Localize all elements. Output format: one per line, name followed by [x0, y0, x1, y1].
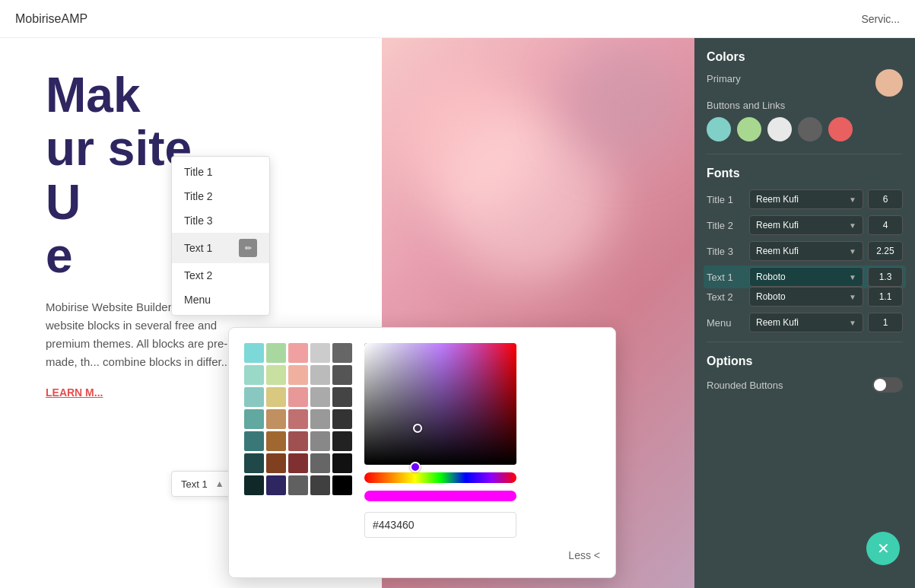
color-swatch[interactable] [332, 365, 352, 385]
color-swatch[interactable] [332, 453, 352, 473]
element-bar-arrow: ▲ [215, 478, 224, 489]
color-hex-input[interactable]: #443460 [364, 512, 516, 538]
color-swatches-grid [244, 343, 352, 538]
color-swatch[interactable] [288, 431, 308, 451]
primary-color-swatch[interactable] [875, 69, 903, 97]
color-swatch[interactable] [332, 343, 352, 363]
dropdown-item-title2[interactable]: Title 2 [172, 184, 269, 208]
chevron-down-icon: ▼ [849, 319, 856, 327]
font-size-menu[interactable]: 1 [868, 313, 903, 332]
font-size-title3[interactable]: 2.25 [868, 241, 903, 261]
font-label-menu: Menu [707, 317, 745, 329]
btn-color-1[interactable] [707, 117, 731, 141]
color-swatch[interactable] [310, 431, 330, 451]
color-swatch[interactable] [244, 475, 264, 495]
navbar: MobiriseAMP Servic... [0, 0, 915, 38]
color-swatch[interactable] [266, 387, 286, 407]
color-swatch[interactable] [288, 365, 308, 385]
chevron-down-icon: ▼ [849, 247, 856, 256]
btn-color-3[interactable] [767, 117, 792, 141]
color-swatch[interactable] [266, 409, 286, 429]
font-size-title2[interactable]: 4 [868, 215, 903, 235]
edit-icon[interactable]: ✏ [239, 239, 257, 257]
color-swatch[interactable] [310, 475, 330, 495]
chevron-down-icon: ▼ [849, 195, 856, 204]
toggle-knob [874, 379, 886, 391]
rounded-buttons-toggle[interactable] [872, 377, 903, 393]
divider-1 [707, 154, 903, 154]
font-size-title1[interactable]: 6 [868, 189, 903, 209]
gradient-picker[interactable] [364, 343, 516, 465]
color-swatch[interactable] [310, 387, 330, 407]
color-swatch[interactable] [244, 409, 264, 429]
font-select-title1[interactable]: Reem Kufi ▼ [749, 189, 863, 209]
btn-color-2[interactable] [737, 117, 761, 141]
hue-bar[interactable] [364, 472, 516, 483]
close-fab-button[interactable]: ✕ [866, 532, 900, 565]
font-label-title2: Title 2 [707, 220, 745, 231]
color-swatch[interactable] [310, 343, 330, 363]
color-swatch[interactable] [288, 475, 308, 495]
app-brand: MobiriseAMP [15, 12, 87, 26]
color-swatch[interactable] [332, 431, 352, 451]
dropdown-item-title3[interactable]: Title 3 [172, 208, 269, 233]
color-swatch[interactable] [332, 387, 352, 407]
colors-section: Colors Primary Buttons and Links [707, 50, 903, 141]
hue-cursor [410, 462, 421, 472]
color-swatch[interactable] [244, 387, 264, 407]
color-swatch[interactable] [310, 409, 330, 429]
color-swatch[interactable] [244, 453, 264, 473]
chevron-down-icon: ▼ [849, 273, 856, 281]
font-row-title2: Title 2 Reem Kufi ▼ 4 [707, 215, 903, 235]
color-picker-popup: #443460 Less < [228, 327, 616, 578]
font-row-title3: Title 3 Reem Kufi ▼ 2.25 [707, 241, 903, 261]
font-size-text2[interactable]: 1.1 [868, 287, 903, 307]
primary-label: Primary [707, 73, 903, 84]
fonts-title: Fonts [707, 167, 903, 180]
color-swatch[interactable] [288, 387, 308, 407]
font-select-menu[interactable]: Reem Kufi ▼ [749, 313, 863, 332]
font-label-title1: Title 1 [707, 194, 745, 205]
color-swatch[interactable] [244, 431, 264, 451]
chevron-down-icon: ▼ [849, 293, 856, 301]
color-swatch[interactable] [332, 409, 352, 429]
dropdown-item-title1[interactable]: Title 1 [172, 160, 269, 184]
color-swatch[interactable] [332, 475, 352, 495]
color-swatch[interactable] [288, 343, 308, 363]
right-panel: Colors Primary Buttons and Links Fonts T… [694, 38, 915, 588]
color-swatch[interactable] [288, 453, 308, 473]
dropdown-item-text1[interactable]: Text 1 ✏ [172, 233, 269, 263]
color-swatch[interactable] [266, 475, 286, 495]
font-row-menu: Menu Reem Kufi ▼ 1 [707, 313, 903, 332]
gradient-picker-area: #443460 [364, 343, 516, 538]
font-select-title3[interactable]: Reem Kufi ▼ [749, 241, 863, 261]
color-swatch[interactable] [266, 365, 286, 385]
dropdown-item-menu[interactable]: Menu [172, 288, 269, 312]
button-color-row [707, 117, 903, 141]
btn-color-5[interactable] [828, 117, 853, 141]
font-type-dropdown: Title 1 Title 2 Title 3 Text 1 ✏ Text 2 … [171, 156, 270, 316]
font-select-text1[interactable]: Roboto ▼ [749, 267, 863, 287]
color-swatch[interactable] [266, 453, 286, 473]
options-section: Options Rounded Buttons [707, 354, 903, 393]
bokeh-circle-3 [565, 46, 679, 160]
colors-title: Colors [707, 50, 903, 64]
color-swatch[interactable] [266, 431, 286, 451]
gradient-black-overlay [364, 343, 516, 465]
fonts-section: Fonts Title 1 Reem Kufi ▼ 6 Title 2 Reem… [707, 167, 903, 332]
font-select-text2[interactable]: Roboto ▼ [749, 287, 863, 307]
less-button[interactable]: Less < [568, 549, 600, 561]
font-select-title2[interactable]: Reem Kufi ▼ [749, 215, 863, 235]
buttons-links-label: Buttons and Links [707, 100, 903, 111]
btn-color-4[interactable] [798, 117, 822, 141]
color-swatch[interactable] [310, 365, 330, 385]
color-swatch[interactable] [244, 343, 264, 363]
font-size-text1[interactable]: 1.3 [868, 267, 903, 287]
nav-links[interactable]: Servic... [861, 13, 900, 25]
color-swatch[interactable] [288, 409, 308, 429]
color-swatch[interactable] [266, 343, 286, 363]
dropdown-item-text2[interactable]: Text 2 [172, 263, 269, 288]
color-preview-bar [364, 491, 516, 501]
color-swatch[interactable] [244, 365, 264, 385]
color-swatch[interactable] [310, 453, 330, 473]
